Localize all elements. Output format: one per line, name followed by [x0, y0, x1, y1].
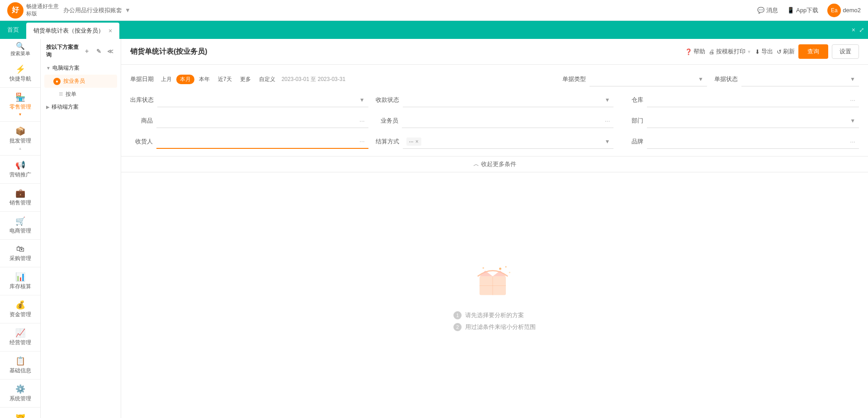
brand-input-wrapper: ··· — [647, 134, 859, 149]
filter-row-1: 单据日期 上月 本月 本年 近7天 更多 自定义 2023-03-01 至 20… — [130, 72, 859, 86]
scheme-panel-header: 按以下方案查询 + ✎ ≪ — [41, 39, 121, 62]
date-tab-more[interactable]: 更多 — [236, 75, 255, 84]
settlement-tag-close[interactable]: × — [415, 138, 419, 145]
salesperson-input[interactable] — [404, 117, 603, 124]
filter-doc-type: 单据类型 ▼ — [562, 72, 707, 86]
operation-icon: 📈 — [15, 328, 25, 338]
goods-input-wrapper: ··· — [156, 114, 368, 128]
recv-status-input[interactable] — [406, 93, 610, 107]
tab-close-btn[interactable]: × — [852, 26, 855, 33]
logo-text: 畅捷通好生意 标版 — [26, 3, 59, 17]
tab-close-icon[interactable]: × — [108, 27, 112, 34]
tab-home[interactable]: 首页 — [0, 21, 26, 39]
collapse-panel-btn[interactable]: ≪ — [105, 46, 115, 56]
sidebar-item-basic[interactable]: 📋 基础信息 — [0, 352, 40, 380]
desktop-scheme-title[interactable]: ▼ 电脑端方案 — [44, 62, 117, 75]
help-btn[interactable]: ❓ 帮助 — [685, 48, 705, 56]
department-input[interactable] — [651, 114, 855, 128]
collapse-chevron-icon: ︿ — [473, 160, 479, 168]
edit-scheme-btn[interactable]: ✎ — [94, 46, 104, 56]
filter-row-4: 收货人 ··· 结算方式 ··· × — [130, 134, 859, 149]
consignee-input[interactable] — [158, 138, 358, 145]
date-tab-custom[interactable]: 自定义 — [255, 75, 279, 84]
filter-settlement: 结算方式 ··· × ▼ — [376, 134, 614, 149]
settlement-tag: ··· × — [406, 138, 421, 146]
doc-status-input[interactable] — [745, 72, 855, 86]
page-header: 销货单统计表(按业务员) ❓ 帮助 🖨 按模板打印 ▼ ⬇ 导出 — [121, 39, 868, 65]
sidebar-item-finance[interactable]: 💰 资金管理 — [0, 295, 40, 323]
warehouse-dots-btn[interactable]: ··· — [848, 96, 857, 104]
tab-fullscreen-icon[interactable]: ⤢ — [859, 26, 864, 33]
sidebar-item-inventory[interactable]: 📊 库存核算 — [0, 267, 40, 295]
content-area: 按以下方案查询 + ✎ ≪ ▼ 电脑端方案 ● 按业务员 ≡ 按单 — [41, 39, 868, 418]
breadcrumb-dropdown-icon[interactable]: ▼ — [125, 7, 131, 14]
tip-num-1: 1 — [453, 311, 462, 319]
export-btn[interactable]: ⬇ 导出 — [755, 48, 773, 56]
system-icon: ⚙️ — [15, 384, 25, 394]
sidebar-item-operation[interactable]: 📈 经营管理 — [0, 323, 40, 352]
date-tab-thismonth[interactable]: 本月 — [176, 75, 194, 84]
settings-button[interactable]: 设置 — [832, 44, 859, 59]
mobile-scheme-title[interactable]: ▶ 移动端方案 — [44, 100, 117, 114]
sidebar-item-sales[interactable]: 💼 销售管理 — [0, 184, 40, 212]
filter-goods: 商品 ··· — [130, 114, 368, 128]
doc-type-select-wrapper: ▼ — [590, 72, 707, 86]
main-panel: 销货单统计表(按业务员) ❓ 帮助 🖨 按模板打印 ▼ ⬇ 导出 — [121, 39, 868, 418]
brand-input[interactable] — [649, 138, 848, 145]
department-select-wrapper: ▼ — [647, 114, 859, 128]
header-right: 💬 消息 📱 App下载 Ea demo2 — [757, 4, 861, 17]
salesperson-dots-btn[interactable]: ··· — [603, 117, 612, 124]
sidebar-item-retail[interactable]: 🏪 零售管理 ▾ — [0, 88, 40, 122]
consignee-dots-btn[interactable]: ··· — [358, 138, 367, 145]
warehouse-input[interactable] — [649, 96, 848, 103]
date-tab-thisyear[interactable]: 本年 — [195, 75, 213, 84]
scheme-dot: ● — [53, 78, 61, 85]
scheme-item-salesperson[interactable]: ● 按业务员 — [44, 75, 117, 88]
help-icon: ❓ — [685, 48, 692, 55]
goods-input[interactable] — [158, 117, 358, 124]
app-download-btn[interactable]: 📱 App下载 — [787, 6, 818, 14]
out-status-label: 出库状态 — [130, 96, 154, 104]
avatar-image: Ea — [827, 4, 841, 17]
sidebar-item-wholesale[interactable]: 📦 批发管理 ▴ — [0, 122, 40, 156]
quicknav-icon: ⚡ — [15, 64, 25, 74]
empty-tip-2: 2 用过滤条件来缩小分析范围 — [453, 323, 536, 331]
sidebar-item-system[interactable]: ⚙️ 系统管理 — [0, 380, 40, 408]
scheme-item-bydoc[interactable]: ≡ 按单 — [44, 88, 117, 100]
goods-dots-btn[interactable]: ··· — [358, 117, 367, 124]
collapse-more-bar[interactable]: ︿ 收起更多条件 — [121, 157, 868, 172]
date-range-value: 2023-03-01 至 2023-03-31 — [282, 76, 345, 83]
empty-tip-1: 1 请先选择要分析的方案 — [453, 311, 536, 319]
message-btn[interactable]: 💬 消息 — [757, 6, 778, 14]
sidebar-item-marketing[interactable]: 📢 营销推广 — [0, 156, 40, 184]
date-tab-lastmonth[interactable]: 上月 — [157, 75, 175, 84]
sidebar-item-ecommerce[interactable]: 🛒 电商管理 — [0, 212, 40, 240]
print-icon: 🖨 — [709, 48, 715, 55]
query-button[interactable]: 查询 — [798, 44, 828, 59]
out-status-input[interactable] — [161, 93, 365, 107]
sidebar-item-purchase[interactable]: 🛍 采购管理 — [0, 240, 40, 267]
sidebar: 🔍 搜索菜单 ⚡ 快捷导航 🏪 零售管理 ▾ 📦 批发管理 ▴ 📢 营销推广 💼… — [0, 39, 41, 418]
message-icon: 💬 — [757, 7, 764, 14]
breadcrumb: 办公用品行业模拟账套 ▼ — [63, 6, 131, 14]
mobile-scheme-arrow: ▶ — [46, 104, 50, 109]
filter-date: 单据日期 上月 本月 本年 近7天 更多 自定义 2023-03-01 至 20… — [130, 75, 555, 84]
brand-dots-btn[interactable]: ··· — [848, 138, 857, 145]
desktop-scheme-arrow: ▼ — [46, 66, 51, 71]
sidebar-item-quicknav[interactable]: ⚡ 快捷导航 — [0, 60, 40, 88]
sidebar-item-enterprise[interactable]: 🤝 企业协同 — [0, 408, 40, 418]
export-icon: ⬇ — [755, 48, 760, 55]
refresh-btn[interactable]: ↺ 刷新 — [777, 48, 795, 56]
scheme-item-bydoc-icon: ≡ — [59, 90, 63, 98]
doc-type-input[interactable] — [593, 72, 703, 86]
sidebar-search[interactable]: 🔍 搜索菜单 — [0, 39, 40, 60]
filter-consignee: 收货人 ··· — [130, 134, 368, 149]
add-scheme-btn[interactable]: + — [82, 46, 92, 56]
settlement-select-wrapper: ··· × ▼ — [403, 134, 614, 149]
template-print-btn[interactable]: 🖨 按模板打印 ▼ — [709, 48, 751, 56]
top-header: 好 畅捷通好生意 标版 办公用品行业模拟账套 ▼ 💬 消息 📱 App下载 Ea… — [0, 0, 868, 21]
user-avatar[interactable]: Ea demo2 — [827, 4, 861, 17]
doc-status-label: 单据状态 — [714, 75, 738, 83]
date-tab-7days[interactable]: 近7天 — [214, 75, 236, 84]
tab-active[interactable]: 销货单统计表（按业务员） × — [26, 23, 119, 39]
